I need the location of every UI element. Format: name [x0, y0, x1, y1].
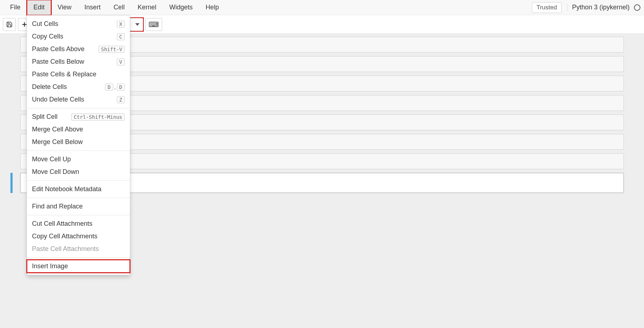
menu-item-delete-cells[interactable]: Delete CellsD,D — [27, 81, 130, 93]
edit-menu-dropdown: Cut CellsXCopy CellsCPaste Cells AboveSh… — [27, 15, 130, 275]
menu-divider — [27, 257, 130, 258]
menu-cell[interactable]: Cell — [107, 0, 131, 15]
menu-view[interactable]: View — [51, 0, 78, 15]
menu-item-label: Move Cell Down — [32, 168, 79, 176]
menu-item-cut-cell-attachments[interactable]: Cut Cell Attachments — [27, 217, 130, 230]
shortcut-key: Shift-V — [99, 46, 125, 53]
shortcut-key: Ctrl-Shift-Minus — [71, 113, 125, 121]
menu-item-copy-cell-attachments[interactable]: Copy Cell Attachments — [27, 230, 130, 243]
menu-item-find-and-replace[interactable]: Find and Replace — [27, 200, 130, 213]
menu-item-label: Move Cell Up — [32, 156, 71, 163]
menu-item-undo-delete-cells[interactable]: Undo Delete CellsZ — [27, 93, 130, 106]
menu-item-paste-cells-below[interactable]: Paste Cells BelowV — [27, 55, 130, 68]
menu-item-label: Paste Cell Attachments — [32, 245, 99, 253]
menu-divider — [27, 108, 130, 108]
menu-item-paste-cells-above[interactable]: Paste Cells AboveShift-V — [27, 43, 130, 55]
menu-item-move-cell-down[interactable]: Move Cell Down — [27, 166, 130, 178]
menu-item-label: Split Cell — [32, 113, 58, 121]
menu-edit[interactable]: Edit — [27, 0, 51, 15]
menu-item-label: Paste Cells Below — [32, 58, 84, 66]
menu-widgets[interactable]: Widgets — [163, 0, 199, 15]
menu-item-insert-image[interactable]: Insert Image — [27, 260, 130, 273]
save-button[interactable] — [3, 18, 16, 31]
menu-item-label: Find and Replace — [32, 203, 83, 210]
menu-item-merge-cell-above[interactable]: Merge Cell Above — [27, 123, 130, 136]
menu-insert[interactable]: Insert — [78, 0, 107, 15]
menu-item-label: Copy Cells — [32, 33, 63, 40]
menubar: FileEditViewInsertCellKernelWidgetsHelp … — [0, 0, 644, 15]
menu-item-label: Paste Cells & Replace — [32, 71, 96, 78]
menu-item-label: Merge Cell Below — [32, 138, 83, 146]
menu-divider — [27, 180, 130, 181]
menu-item-label: Delete Cells — [32, 83, 67, 91]
menu-help[interactable]: Help — [199, 0, 225, 15]
menu-item-move-cell-up[interactable]: Move Cell Up — [27, 153, 130, 166]
menu-file[interactable]: File — [4, 0, 27, 15]
shortcut-pair: D,D — [105, 84, 125, 91]
menu-item-label: Edit Notebook Metadata — [32, 185, 101, 193]
menu-item-label: Undo Delete Cells — [32, 96, 84, 103]
menu-item-label: Paste Cells Above — [32, 45, 85, 53]
keyboard-icon: ⌨ — [149, 20, 159, 29]
menu-divider — [27, 215, 130, 215]
menu-divider — [27, 150, 130, 151]
menu-item-label: Cut Cells — [32, 20, 58, 28]
menu-item-label: Insert Image — [32, 262, 68, 270]
shortcut-key: X — [117, 21, 125, 28]
command-palette-button[interactable]: ⌨ — [145, 18, 162, 31]
menu-item-label: Cut Cell Attachments — [32, 220, 92, 228]
menu-divider — [27, 198, 130, 198]
trusted-button[interactable]: Trusted — [532, 2, 562, 13]
menu-item-paste-cells-replace[interactable]: Paste Cells & Replace — [27, 68, 130, 81]
save-icon — [6, 21, 13, 28]
kernel-indicator-icon[interactable] — [634, 4, 640, 11]
kernel-name[interactable]: Python 3 (ipykernel) — [567, 4, 630, 11]
menu-item-cut-cells[interactable]: Cut CellsX — [27, 18, 130, 30]
shortcut-key: V — [117, 58, 125, 66]
menu-item-copy-cells[interactable]: Copy CellsC — [27, 30, 130, 43]
menu-item-merge-cell-below[interactable]: Merge Cell Below — [27, 136, 130, 148]
menu-item-label: Merge Cell Above — [32, 126, 83, 133]
menu-item-split-cell[interactable]: Split CellCtrl-Shift-Minus — [27, 111, 130, 123]
shortcut-key: Z — [117, 96, 125, 103]
menu-kernel[interactable]: Kernel — [131, 0, 163, 15]
menu-item-label: Copy Cell Attachments — [32, 233, 97, 240]
menu-item-paste-cell-attachments: Paste Cell Attachments — [27, 243, 130, 255]
shortcut-key: C — [117, 33, 125, 40]
menu-item-edit-notebook-metadata[interactable]: Edit Notebook Metadata — [27, 183, 130, 196]
